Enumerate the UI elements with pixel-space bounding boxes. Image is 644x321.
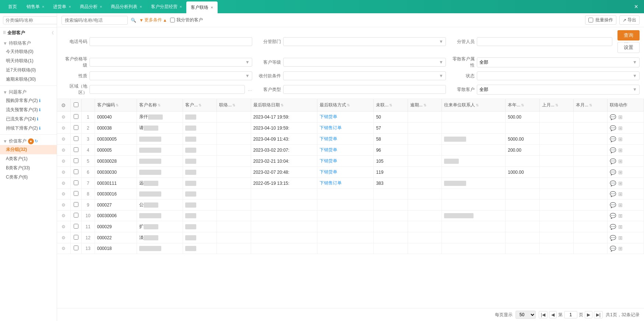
message-icon[interactable]: 💬 — [610, 147, 616, 153]
manager-input[interactable] — [477, 37, 612, 46]
sidebar-item-a-class[interactable]: A类客户(1) — [0, 154, 57, 163]
page-input[interactable] — [564, 311, 577, 318]
sidebar-item-7days[interactable]: 近7天待联络(0) — [0, 66, 57, 75]
row-checkbox-cell[interactable] — [70, 167, 81, 178]
row-checkbox-cell[interactable] — [70, 145, 81, 156]
row-settings-icon[interactable]: ⚙ — [61, 191, 66, 197]
grid-action-icon[interactable]: ⊞ — [618, 224, 623, 230]
scatter-select[interactable]: 全部 ▼ — [477, 85, 640, 95]
close-purchase-icon[interactable]: × — [68, 4, 71, 9]
row-settings-icon[interactable]: ⚙ — [61, 235, 66, 240]
row-checkbox-cell[interactable] — [70, 243, 81, 254]
last-method-link[interactable]: 下销货单 — [320, 147, 337, 152]
message-icon[interactable]: 💬 — [610, 213, 616, 219]
row-settings-icon[interactable]: ⚙ — [61, 148, 66, 153]
row-settings[interactable]: ⚙ — [57, 178, 70, 189]
grid-action-icon[interactable]: ⊞ — [618, 169, 623, 175]
sort-last-month-icon[interactable]: ⇅ — [555, 103, 558, 107]
th-checkbox[interactable] — [70, 99, 81, 112]
grid-action-icon[interactable]: ⊞ — [618, 235, 623, 241]
message-icon[interactable]: 💬 — [610, 235, 616, 241]
row-checkbox[interactable] — [74, 191, 78, 196]
row-settings-icon[interactable]: ⚙ — [61, 202, 66, 208]
per-page-select[interactable]: 50 100 200 — [515, 311, 536, 319]
row-settings-icon[interactable]: ⚙ — [61, 137, 66, 142]
grid-action-icon[interactable]: ⊞ — [618, 191, 623, 197]
row-settings[interactable]: ⚙ — [57, 243, 70, 254]
sidebar-item-today[interactable]: 今天待联络(0) — [0, 47, 57, 56]
export-button[interactable]: ↗ 导出 — [619, 15, 640, 25]
sort-last-method-icon[interactable]: ⇅ — [347, 103, 350, 107]
sidebar-item-declining[interactable]: 持续下滑客户(2) ℹ — [0, 124, 57, 133]
prev-page-button[interactable]: ◀ — [549, 311, 557, 318]
group-label-pending[interactable]: ▼ 待联络客户 — [0, 38, 57, 47]
select-all-checkbox[interactable] — [74, 102, 78, 107]
row-settings-icon[interactable]: ⚙ — [61, 246, 66, 251]
row-settings[interactable]: ⚙ — [57, 134, 70, 145]
next-page-button[interactable]: ▶ — [585, 311, 592, 318]
scatter-attr-select[interactable]: 全部 ▼ — [477, 57, 640, 67]
row-checkbox[interactable] — [74, 114, 78, 119]
settings-icon[interactable]: ⚙ — [61, 102, 66, 108]
last-method-link[interactable]: 下销货单 — [320, 114, 337, 119]
row-settings[interactable]: ⚙ — [57, 221, 70, 232]
region-dots[interactable]: … — [248, 87, 252, 92]
row-settings-icon[interactable]: ⚙ — [61, 224, 66, 229]
row-checkbox[interactable] — [74, 125, 78, 130]
nav-tab-contact[interactable]: 客户联络 × — [186, 1, 217, 13]
close-analysis-icon[interactable]: × — [100, 4, 102, 9]
grid-action-icon[interactable]: ⊞ — [618, 202, 623, 208]
region-input[interactable] — [89, 85, 245, 94]
row-checkbox[interactable] — [74, 136, 78, 141]
row-checkbox[interactable] — [74, 224, 78, 229]
row-settings-icon[interactable]: ⚙ — [61, 159, 66, 164]
grid-action-icon[interactable]: ⊞ — [618, 114, 623, 120]
last-method-link[interactable]: 下销售订单 — [320, 125, 342, 130]
message-icon[interactable]: 💬 — [610, 114, 616, 120]
nav-close-button[interactable]: × — [631, 3, 641, 11]
row-settings[interactable]: ⚙ — [57, 167, 70, 178]
row-checkbox[interactable] — [74, 158, 78, 163]
sidebar-item-tomorrow[interactable]: 明天待联络(1) — [0, 56, 57, 66]
row-checkbox-cell[interactable] — [70, 232, 81, 243]
row-checkbox-cell[interactable] — [70, 112, 81, 123]
close-analysis-list-icon[interactable]: × — [140, 4, 142, 9]
sort-overdue-icon[interactable]: ⇅ — [423, 103, 426, 107]
group-label-problem[interactable]: ▼ 问题客户 — [0, 87, 57, 96]
message-icon[interactable]: 💬 — [610, 246, 616, 251]
last-method-link[interactable]: 下销售订单 — [320, 180, 342, 186]
payment-select[interactable]: ▼ — [283, 71, 446, 80]
status-select[interactable]: ▼ — [477, 71, 640, 80]
row-settings-icon[interactable]: ⚙ — [61, 126, 66, 131]
sidebar-item-hoarding[interactable]: 囤购异常客户(2) ℹ — [0, 96, 57, 105]
close-crm-icon[interactable]: × — [180, 4, 182, 9]
row-checkbox-cell[interactable] — [70, 189, 81, 200]
row-checkbox-cell[interactable] — [70, 221, 81, 232]
sidebar-item-b-class[interactable]: B类客户(33) — [0, 163, 57, 173]
manager-dots[interactable]: … — [624, 39, 629, 44]
nav-tab-analysis[interactable]: 商品分析 × — [75, 0, 106, 13]
sidebar-item-overdue[interactable]: 逾期未联络(30) — [0, 75, 57, 84]
sidebar-item-warning[interactable]: 流失预警客户(3) ℹ — [0, 105, 57, 114]
message-icon[interactable]: 💬 — [610, 224, 616, 230]
nav-tab-analysis-list[interactable]: 商品分析列表 × — [106, 0, 146, 13]
row-settings[interactable]: ⚙ — [57, 156, 70, 167]
grid-action-icon[interactable]: ⊞ — [618, 180, 623, 186]
row-settings[interactable]: ⚙ — [57, 232, 70, 243]
group-label-value[interactable]: ▼ 价值客户 ● ↻ — [0, 136, 57, 145]
sidebar-item-c-class[interactable]: C类客户(6) — [0, 173, 57, 182]
close-contact-icon[interactable]: × — [211, 5, 213, 10]
row-checkbox[interactable] — [74, 147, 78, 152]
row-checkbox-cell[interactable] — [70, 123, 81, 134]
grid-action-icon[interactable]: ⊞ — [618, 246, 623, 251]
nav-tab-home[interactable]: 首页 — [3, 0, 22, 13]
sidebar-item-ungrouped[interactable]: 未分组(32) — [0, 145, 57, 154]
sort-unit-contact-icon[interactable]: ⇅ — [476, 103, 479, 107]
batch-operation-button[interactable]: 批量操作 — [585, 15, 616, 25]
message-icon[interactable]: 💬 — [610, 136, 616, 142]
sort-code-icon[interactable]: ⇅ — [116, 103, 119, 107]
row-settings[interactable]: ⚙ — [57, 189, 70, 200]
message-icon[interactable]: 💬 — [610, 191, 616, 197]
nav-tab-sales[interactable]: 销售单 × — [22, 0, 49, 13]
row-checkbox-cell[interactable] — [70, 156, 81, 167]
